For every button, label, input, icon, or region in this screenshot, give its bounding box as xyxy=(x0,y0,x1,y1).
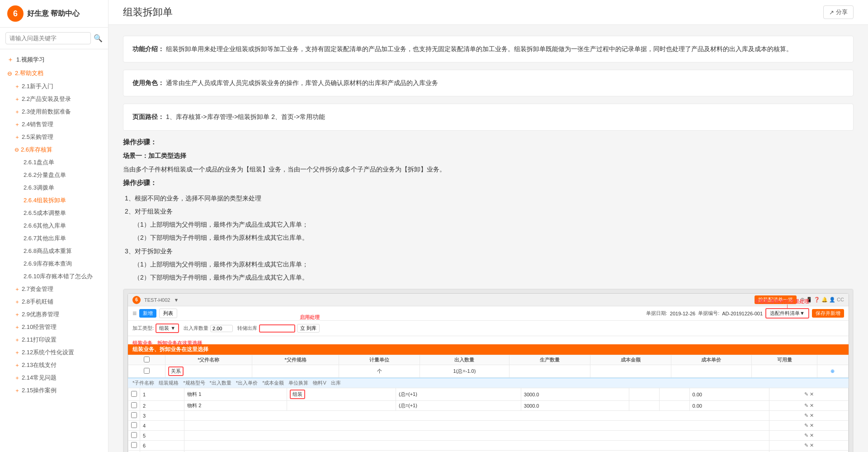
mock-row-check[interactable] xyxy=(144,368,150,374)
mock-th-inout-qty: 出入数量 xyxy=(420,355,509,365)
mock-bottom-check-2[interactable] xyxy=(131,402,137,408)
mock-bottom-check-3[interactable] xyxy=(131,412,137,418)
sidebar-item-2-4-label: 2.4销售管理 xyxy=(22,120,53,128)
plus-icon-2-9: ＋ xyxy=(14,311,20,319)
plus-icon-2-2: ＋ xyxy=(14,95,20,103)
mock-bottom-check-6[interactable] xyxy=(131,442,137,448)
mock-warehouse-input[interactable] xyxy=(259,324,295,333)
mock-edit-icon-2[interactable]: ✎ xyxy=(804,403,808,408)
mock-del-icon-1[interactable]: ✕ xyxy=(810,391,814,397)
plus-icon-2-11: ＋ xyxy=(14,336,20,344)
mock-tab-new[interactable]: 新增 xyxy=(139,309,156,318)
path-block: 页面路径： 1、库存核算->库存管理->组装拆卸单 2、首页->常用功能 xyxy=(123,104,854,130)
search-input[interactable] xyxy=(5,32,91,44)
mock-warehouse-label: 转储出库 xyxy=(237,325,257,332)
sidebar-item-2-3-label: 2.3使用前数据准备 xyxy=(22,108,71,116)
steps-title: 操作步骤： xyxy=(123,179,854,187)
mock-parent-name-input[interactable]: 关系 xyxy=(168,366,184,376)
sidebar-item-2-6-7[interactable]: 2.6.7其他出库单 xyxy=(20,232,108,245)
mock-qty-input[interactable] xyxy=(210,325,233,332)
sidebar-item-2-2[interactable]: ＋ 2.2产品安装及登录 xyxy=(11,93,108,105)
mock-del-icon-4[interactable]: ✕ xyxy=(810,423,814,428)
sidebar-item-2-10-label: 2.10经营管理 xyxy=(22,323,57,331)
mock-warehouse-field: 转储出库 立 到库 启用处理 xyxy=(237,324,320,333)
mock-bottom-check-5[interactable] xyxy=(131,432,137,438)
sidebar-item-2-9-label: 2.9优惠券管理 xyxy=(22,310,59,319)
sidebar-item-2-15[interactable]: ＋ 2.15操作案例 xyxy=(11,384,108,397)
annotation-text-3: 启用处理 xyxy=(300,314,320,321)
mock-section-header-bottom: *子件名称 组装规格 *规格型号 *出入数量 *出入单价 *成本金额 单位换算 … xyxy=(128,378,849,388)
sidebar-item-2-5[interactable]: ＋ 2.5采购管理 xyxy=(11,131,108,143)
sidebar-item-2-8[interactable]: ＋ 2.8手机旺铺 xyxy=(11,295,108,308)
mock-app-id: TEST-H002 xyxy=(144,297,170,303)
sidebar-item-2-1[interactable]: ＋ 2.1新手入门 xyxy=(11,80,108,93)
mock-sub-inout-label: *出入数量 xyxy=(210,380,231,386)
sidebar-item-1[interactable]: ＋ 1.视频学习 xyxy=(0,53,108,67)
mock-save-btn[interactable]: 保存并新增 xyxy=(812,309,844,318)
mock-edit-icon-3[interactable]: ✎ xyxy=(804,413,808,418)
mock-th-cost-price: 成本单价 xyxy=(671,355,752,365)
sidebar-item-2-13[interactable]: ＋ 2.13在线支付 xyxy=(11,359,108,371)
sidebar-item-2-14[interactable]: ＋ 2.14常见问题 xyxy=(11,371,108,384)
sidebar-item-2-6-5-label: 2.6.5成本调整单 xyxy=(24,209,66,216)
sidebar-item-2-6-6[interactable]: 2.6.6其他入库单 xyxy=(20,219,108,232)
sidebar-item-2-6-8[interactable]: 2.6.8商品成本重算 xyxy=(20,245,108,257)
sidebar-item-2-6-3-label: 2.6.3调拨单 xyxy=(24,184,54,191)
mock-edit-icon-1[interactable]: ✎ xyxy=(804,391,808,397)
search-button[interactable]: 🔍 xyxy=(94,34,103,43)
mock-th-action xyxy=(817,355,848,365)
mock-expand-icon[interactable]: ⊕ xyxy=(830,368,835,374)
mock-bottom-check-1[interactable] xyxy=(131,391,137,397)
share-button[interactable]: ↗ 分享 xyxy=(823,5,854,19)
sidebar-item-2-6-2[interactable]: 2.6.2分量盘点单 xyxy=(20,169,108,181)
mock-bottom-check-4[interactable] xyxy=(131,422,137,428)
plus-icon-2-13: ＋ xyxy=(14,362,20,369)
sidebar-item-2-2-label: 2.2产品安装及登录 xyxy=(22,95,71,103)
sidebar-item-2-6-7-label: 2.6.7其他出库单 xyxy=(24,235,66,242)
sidebar-item-2-6[interactable]: ⊖ 2.6库存核算 xyxy=(11,143,108,156)
page-title: 组装拆卸单 xyxy=(123,5,173,19)
plus-icon-2-8: ＋ xyxy=(14,298,20,306)
step2: 2、对于组装业务 xyxy=(123,206,854,217)
sidebar-item-2-3[interactable]: ＋ 2.3使用前数据准备 xyxy=(11,105,108,118)
sidebar-item-2-11[interactable]: ＋ 2.11打印设置 xyxy=(11,333,108,346)
sidebar-item-2[interactable]: ⊖ 2.帮助文档 xyxy=(0,67,108,80)
sidebar-item-2-6-4[interactable]: 2.6.4组装拆卸单 xyxy=(20,194,108,207)
plus-icon-2-12: ＋ xyxy=(14,349,20,357)
mock-tab-list[interactable]: 列表 xyxy=(159,309,177,318)
mock-code-label: 单据编号: xyxy=(698,310,719,317)
mock-type-field: 加工类型: 组装 ▼ 组装业务、拆卸业务在这里选择 xyxy=(132,324,179,333)
sidebar: 6 好生意 帮助中心 🔍 ＋ 1.视频学习 ⊖ 2.帮助文档 ＋ 2.1新手入门 xyxy=(0,0,108,452)
mock-menu-icon[interactable]: ≡ xyxy=(132,309,137,318)
mock-bottom-row-5: 5 ✎ ✕ xyxy=(128,431,849,441)
mock-edit-icon-6[interactable]: ✎ xyxy=(804,442,808,448)
mock-del-icon-6[interactable]: ✕ xyxy=(810,442,814,448)
sidebar-item-2-6-5[interactable]: 2.6.5成本调整单 xyxy=(20,207,108,219)
step1: 1、根据不同的业务，选择不同单据的类型来处理 xyxy=(123,193,854,204)
plus-icon-2-1: ＋ xyxy=(14,83,20,90)
mock-th-parent-spec: *父件规格 xyxy=(252,355,339,365)
sidebar-item-2-10[interactable]: ＋ 2.10经营管理 xyxy=(11,321,108,333)
mock-type-box[interactable]: 组装 ▼ xyxy=(156,324,179,333)
sidebar-item-2-6-10[interactable]: 2.6.10库存账本错了怎么办 xyxy=(20,270,108,283)
mock-del-icon-2[interactable]: ✕ xyxy=(810,403,814,408)
sidebar-item-2-9[interactable]: ＋ 2.9优惠券管理 xyxy=(11,308,108,321)
mock-date-label: 单据日期: xyxy=(646,310,667,317)
sidebar-item-2-6-3[interactable]: 2.6.3调拨单 xyxy=(20,181,108,194)
sidebar-item-2-7[interactable]: ＋ 2.7资金管理 xyxy=(11,283,108,295)
mock-select-all[interactable] xyxy=(144,357,150,362)
step2-1: （1）上部明细为父件明细，最终作为产成品生成其它入库单； xyxy=(123,219,854,230)
mock-confirm-btn[interactable]: 立 到库 xyxy=(297,324,320,333)
mock-edit-icon-4[interactable]: ✎ xyxy=(804,423,808,428)
sidebar-item-2-6-9[interactable]: 2.6.9库存账本查询 xyxy=(20,257,108,270)
sidebar-item-2-4[interactable]: ＋ 2.4销售管理 xyxy=(11,118,108,131)
mock-edit-icon-5[interactable]: ✎ xyxy=(804,433,808,438)
mock-del-icon-5[interactable]: ✕ xyxy=(810,433,814,438)
mock-child-name-1[interactable]: 组装 xyxy=(290,390,305,399)
annotation-line-1 xyxy=(787,305,788,308)
mock-select-btn[interactable]: 选配件料清单▼ xyxy=(765,308,809,319)
sidebar-item-2-6-1[interactable]: 2.6.1盘点单 xyxy=(20,156,108,169)
sidebar-item-2-12[interactable]: ＋ 2.12系统个性化设置 xyxy=(11,346,108,359)
mock-bottom-row-1: 1 物料 1 组装 (总=(+1) 3000.0 xyxy=(128,388,849,401)
mock-del-icon-3[interactable]: ✕ xyxy=(810,413,814,418)
